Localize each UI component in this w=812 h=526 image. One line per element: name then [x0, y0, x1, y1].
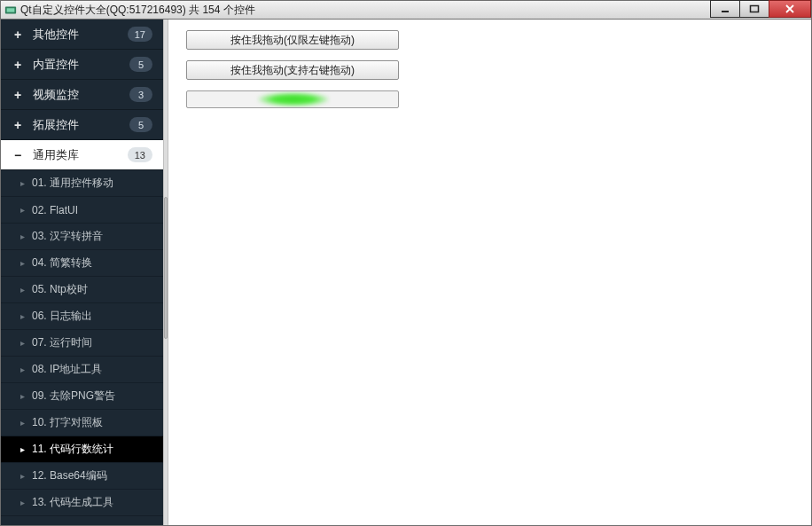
- caret-right-icon: ▸: [20, 178, 25, 188]
- sidebar-item[interactable]: ▸01. 通用控件移动: [1, 170, 163, 197]
- plus-icon: +: [12, 27, 24, 42]
- caret-right-icon: ▸: [20, 365, 25, 374]
- sidebar-item-label: 01. 通用控件移动: [32, 176, 113, 191]
- window-title: Qt自定义控件大全(QQ:517216493) 共 154 个控件: [20, 3, 255, 18]
- svg-rect-3: [751, 6, 759, 12]
- plus-icon: +: [12, 118, 24, 132]
- sidebar-item-label: 02. FlatUI: [32, 204, 78, 216]
- sidebar-item-label: 08. IP地址工具: [32, 362, 102, 377]
- scrollbar-thumb[interactable]: [164, 197, 168, 339]
- sidebar-item[interactable]: ▸02. FlatUI: [1, 197, 163, 224]
- sidebar-item-label: 13. 代码生成工具: [32, 495, 113, 510]
- sidebar-item-label: 11. 代码行数统计: [32, 442, 113, 457]
- close-button[interactable]: [769, 0, 811, 18]
- sidebar-category-label: 视频监控: [33, 87, 79, 103]
- progress-bar: [186, 90, 399, 108]
- sidebar-item-label: 10. 打字对照板: [32, 415, 103, 430]
- sidebar-category[interactable]: −通用类库13: [1, 140, 163, 170]
- caret-right-icon: ▸: [20, 444, 25, 454]
- sidebar-item[interactable]: ▸06. 日志输出: [1, 303, 163, 330]
- caret-right-icon: ▸: [20, 418, 25, 428]
- sidebar-item-label: 03. 汉字转拼音: [32, 229, 103, 244]
- caret-right-icon: ▸: [20, 311, 25, 321]
- sidebar-category-badge: 17: [128, 27, 152, 42]
- main-panel: 按住我拖动(仅限左键拖动) 按住我拖动(支持右键拖动): [168, 20, 811, 525]
- sidebar-item-label: 12. Base64编码: [32, 468, 107, 483]
- sidebar-category[interactable]: +视频监控3: [1, 80, 163, 110]
- sidebar-item[interactable]: ▸09. 去除PNG警告: [1, 383, 163, 410]
- sidebar-category-label: 拓展控件: [33, 117, 79, 133]
- client-area: +其他控件17+内置控件5+视频监控3+拓展控件5−通用类库13▸01. 通用控…: [0, 20, 812, 526]
- maximize-button[interactable]: [739, 0, 769, 18]
- sidebar-item[interactable]: ▸03. 汉字转拼音: [1, 224, 163, 250]
- sidebar-item[interactable]: ▸11. 代码行数统计: [1, 436, 163, 463]
- sidebar-category[interactable]: +内置控件5: [1, 50, 163, 80]
- sidebar-item[interactable]: ▸12. Base64编码: [1, 463, 163, 490]
- sidebar-item[interactable]: ▸04. 简繁转换: [1, 250, 163, 277]
- sidebar-item[interactable]: ▸10. 打字对照板: [1, 410, 163, 436]
- drag-button-right-supported[interactable]: 按住我拖动(支持右键拖动): [186, 60, 399, 80]
- window-controls: [711, 0, 811, 18]
- sidebar-category-badge: 5: [129, 57, 152, 72]
- sidebar-category-badge: 3: [129, 87, 152, 102]
- drag-button-left-only[interactable]: 按住我拖动(仅限左键拖动): [186, 30, 399, 50]
- minimize-button[interactable]: [710, 0, 740, 18]
- caret-right-icon: ▸: [20, 285, 25, 294]
- sidebar: +其他控件17+内置控件5+视频监控3+拓展控件5−通用类库13▸01. 通用控…: [1, 20, 163, 525]
- sidebar-item-label: 04. 简繁转换: [32, 255, 92, 271]
- sidebar-item-label: 07. 运行时间: [32, 335, 92, 350]
- caret-right-icon: ▸: [20, 471, 25, 481]
- sidebar-item-label: 06. 日志输出: [32, 309, 92, 324]
- sidebar-category[interactable]: +其他控件17: [1, 20, 163, 50]
- minus-icon: −: [12, 148, 24, 162]
- plus-icon: +: [12, 88, 24, 102]
- sidebar-item[interactable]: ▸07. 运行时间: [1, 330, 163, 357]
- sidebar-category-label: 其他控件: [33, 27, 79, 43]
- sidebar-item-label: 05. Ntp校时: [32, 282, 88, 297]
- sidebar-category[interactable]: +拓展控件5: [1, 110, 163, 140]
- sidebar-item[interactable]: ▸13. 代码生成工具: [1, 490, 163, 516]
- progress-chunk: [258, 92, 329, 106]
- sidebar-category-badge: 13: [128, 147, 152, 162]
- sidebar-category-label: 通用类库: [33, 147, 79, 163]
- app-icon: [4, 4, 17, 16]
- sidebar-item[interactable]: ▸05. Ntp校时: [1, 277, 163, 303]
- sidebar-scrollbar[interactable]: [163, 20, 168, 525]
- svg-rect-1: [7, 8, 15, 12]
- caret-right-icon: ▸: [20, 498, 25, 507]
- plus-icon: +: [12, 58, 24, 72]
- caret-right-icon: ▸: [20, 205, 25, 215]
- sidebar-category-label: 内置控件: [33, 57, 79, 73]
- sidebar-item-label: 09. 去除PNG警告: [32, 389, 115, 404]
- caret-right-icon: ▸: [20, 232, 25, 241]
- caret-right-icon: ▸: [20, 338, 25, 348]
- sidebar-item[interactable]: ▸08. IP地址工具: [1, 357, 163, 383]
- sidebar-category-badge: 5: [129, 117, 152, 132]
- window-titlebar: Qt自定义控件大全(QQ:517216493) 共 154 个控件: [0, 0, 812, 20]
- caret-right-icon: ▸: [20, 391, 25, 401]
- svg-rect-2: [722, 11, 729, 12]
- caret-right-icon: ▸: [20, 258, 25, 268]
